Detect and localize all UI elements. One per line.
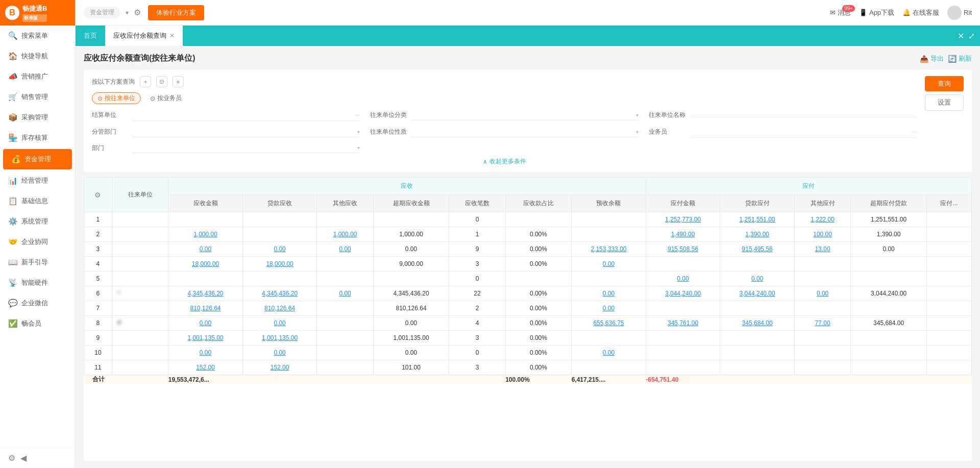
footer-label: 合计	[84, 375, 168, 384]
settings-bottom-icon[interactable]: ⚙	[8, 453, 15, 463]
footer-ar-ratio: 100.00%	[505, 375, 571, 384]
sidebar-item-system[interactable]: ⚙️ 系统管理	[0, 211, 75, 232]
purchase-icon: 📦	[8, 113, 17, 122]
sidebar-item-member[interactable]: ✅ 畅会员	[0, 313, 75, 334]
tabbar-actions: ✕ ⤢	[958, 31, 980, 41]
filter-collapse-icon[interactable]: «	[173, 76, 184, 87]
query-button[interactable]: 查询	[925, 76, 964, 91]
filter-main: 按以下方案查询 ＋ ⊙ « ⊙ 按往来单位 ⊙ 按业务员	[92, 76, 917, 166]
table-row: 30.000.000.000.0090.00%2,153,333.00915,5…	[84, 242, 972, 257]
sidebar-item-wechat[interactable]: 💬 企业微信	[0, 293, 75, 313]
table-row: 100.000.000.0000.00%0.00	[84, 346, 972, 360]
sidebar-bottom: ⚙ ◀	[0, 448, 75, 468]
tab-expand-icon[interactable]: ⤢	[968, 31, 975, 41]
filter-plan-salesman-btn[interactable]: ⊙ 按业务员	[145, 93, 187, 104]
sidebar-item-sales[interactable]: 🛒 销售管理	[0, 87, 75, 107]
wechat-icon: 💬	[8, 299, 17, 308]
logo-text: 畅捷通B 标准版	[22, 4, 47, 22]
filter-add-icon[interactable]: ＋	[140, 76, 151, 87]
filter-area: 按以下方案查询 ＋ ⊙ « ⊙ 按往来单位 ⊙ 按业务员	[84, 70, 972, 172]
refresh-button[interactable]: 🔄 刷新	[948, 54, 972, 63]
refresh-icon: 🔄	[948, 55, 957, 63]
sidebar-item-guide[interactable]: 📖 新手引导	[0, 252, 75, 273]
data-table: ⚙ 往来单位 应收 应付 应收金额 贷款应收 其他应收 超期应收金额 应收笔数 …	[84, 177, 972, 384]
user-avatar-button[interactable]: Rit	[947, 6, 972, 20]
search-icon: 🔍	[8, 31, 17, 40]
sidebar-item-search[interactable]: 🔍 搜索菜单	[0, 26, 75, 46]
settings-col-header: ⚙	[84, 178, 112, 212]
table-row: 11152.00152.00101.0030.00%	[84, 360, 972, 375]
setting-button[interactable]: 设置	[925, 94, 964, 111]
ap-group-header: 应付	[646, 178, 971, 195]
col-ap-overdue: 超期应付贷款	[851, 195, 927, 212]
partner-nature-input[interactable]: ▾	[411, 127, 638, 137]
coop-icon: 🤝	[8, 237, 17, 247]
filter-collapse: ∧ 收起更多条件	[92, 157, 917, 166]
tab-balance[interactable]: 应收应付余额查询 ✕	[105, 26, 183, 46]
app-download-button[interactable]: 📱 App下载	[859, 8, 894, 17]
table-settings-icon[interactable]: ⚙	[94, 191, 101, 199]
footer-ap-amount: -654,751.40	[646, 375, 720, 384]
inventory-icon: 🏪	[8, 133, 17, 142]
sidebar-item-shortcut[interactable]: 🏠 快捷导航	[0, 46, 75, 66]
table-footer-row: 合计 19,553,472,6... 100.00% 6,417,215....…	[84, 375, 972, 384]
message-icon: ✉	[830, 9, 836, 16]
sidebar-item-hardware[interactable]: 📡 智能硬件	[0, 273, 75, 293]
page: 应收应付余额查询(按往来单位) 📤 导出 🔄 刷新 按以下方案查询 ＋	[76, 46, 980, 468]
main-content: 应收应付余额查询(按往来单位) 📤 导出 🔄 刷新 按以下方案查询 ＋	[76, 46, 980, 468]
export-button[interactable]: 📤 导出	[920, 54, 944, 63]
home-icon: 🏠	[8, 52, 17, 61]
footer-ar-amount: 19,553,472,6...	[168, 375, 243, 384]
filter-partner-name: 往来单位名称	[649, 109, 917, 121]
sidebar-item-operation[interactable]: 📊 经营管理	[0, 170, 75, 191]
col-ar-overdue: 超期应收金额	[373, 195, 449, 212]
dept-input[interactable]: ▾	[133, 127, 360, 137]
tab-close-all-icon[interactable]: ✕	[958, 31, 964, 41]
subdept-input[interactable]: ▾	[133, 143, 360, 153]
sidebar-item-purchase[interactable]: 📦 采购管理	[0, 107, 75, 128]
partner-name-input[interactable]	[690, 113, 917, 117]
table-row: 8P0.000.000.0040.00%655,636.75345,761.00…	[84, 316, 972, 331]
filter-section: 按以下方案查询 ＋ ⊙ « ⊙ 按往来单位 ⊙ 按业务员	[92, 76, 964, 166]
partner-type-input[interactable]: ▾	[411, 110, 638, 120]
sidebar-item-marketing[interactable]: 📣 营销推广	[0, 66, 75, 87]
footer-ar-pre: 6,417,215....	[572, 375, 646, 384]
message-badge: 99+	[842, 5, 855, 12]
online-service-button[interactable]: 🔔 在线客服	[902, 8, 939, 17]
collapse-icon[interactable]: ◀	[20, 453, 27, 463]
table-row: 91,001,135.001,001,135.001,001,135.0030.…	[84, 331, 972, 346]
filter-target-icon[interactable]: ⊙	[156, 76, 167, 87]
breadcrumb-chevron-icon[interactable]: ▾	[126, 9, 129, 16]
marketing-icon: 📣	[8, 72, 17, 81]
filter-plan-partner-btn[interactable]: ⊙ 按往来单位	[92, 92, 141, 104]
filter-btn-group: 查询 设置	[925, 76, 964, 166]
table-row: 6^4,345,436.204,345,436.200.004,345,436.…	[84, 286, 972, 301]
page-actions: 📤 导出 🔄 刷新	[920, 54, 972, 63]
collapse-up-icon: ∧	[483, 158, 487, 165]
finance-icon: 💰	[11, 155, 20, 164]
jiesuan-unit-input[interactable]: ···	[133, 109, 360, 121]
col-ar-other: 其他应收	[317, 195, 373, 212]
tab-home[interactable]: 首页	[76, 26, 105, 46]
export-icon: 📤	[920, 55, 928, 63]
col-ar-pre: 预收余额	[572, 195, 646, 212]
sidebar-item-inventory[interactable]: 🏪 库存核算	[0, 128, 75, 148]
filter-jiesuan-unit: 结算单位 ···	[92, 109, 360, 121]
footer-ar-loan	[242, 375, 317, 384]
header-right: ✉ 消息 99+ 📱 App下载 🔔 在线客服 Rit	[830, 6, 972, 20]
table-col-header: 应收金额 贷款应收 其他应收 超期应收金额 应收笔数 应收款占比 预收余额 应付…	[84, 195, 972, 212]
tab-close-icon[interactable]: ✕	[169, 32, 175, 39]
table-row: 418,000.0018,000.009,000.0030.00%0.00	[84, 257, 972, 272]
salesman-input[interactable]: ···	[690, 126, 917, 138]
solution-button[interactable]: 体验行业方案	[148, 5, 204, 20]
sidebar-item-coop[interactable]: 🤝 企业协同	[0, 232, 75, 252]
header-gear-icon[interactable]: ⚙	[134, 8, 141, 17]
sidebar-item-basic[interactable]: 📋 基础信息	[0, 191, 75, 211]
message-button[interactable]: ✉ 消息 99+	[830, 8, 851, 17]
col-ap-loan: 贷款应付	[720, 195, 795, 212]
sidebar-item-finance[interactable]: 💰 资金管理	[3, 149, 72, 169]
collapse-more-btn[interactable]: ∧ 收起更多条件	[483, 157, 526, 166]
guide-icon: 📖	[8, 258, 17, 267]
col-ar-count: 应收笔数	[449, 195, 505, 212]
sales-icon: 🛒	[8, 92, 17, 102]
